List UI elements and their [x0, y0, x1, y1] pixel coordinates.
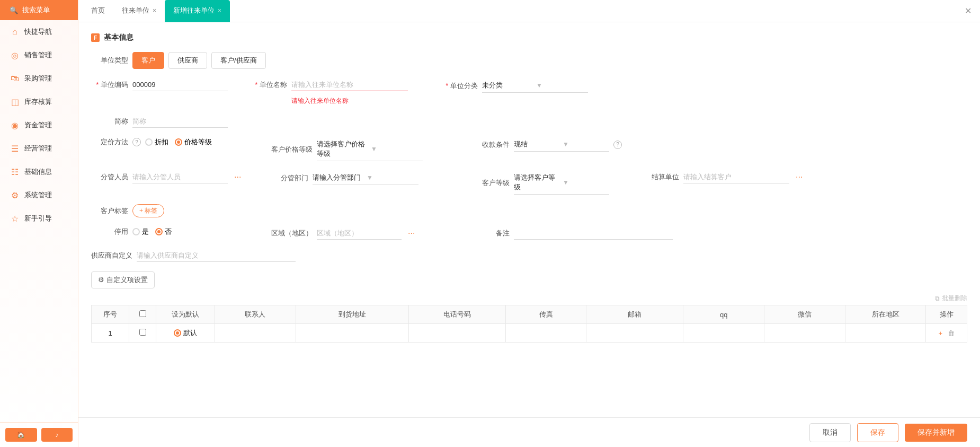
customer-level-chevron: ▼: [563, 179, 609, 186]
save-new-button[interactable]: 保存并新增: [905, 424, 967, 442]
batch-delete-label[interactable]: 批量删除: [942, 294, 967, 303]
guide-icon: ☆: [10, 213, 20, 224]
section-title-icon: F: [91, 33, 100, 42]
unit-category-chevron: ▼: [536, 82, 588, 89]
customer-price-level-chevron: ▼: [371, 145, 423, 153]
btn-customer[interactable]: 客户: [132, 52, 164, 69]
btn-supplier[interactable]: 供应商: [168, 52, 207, 69]
batch-delete-area: ⧉ 批量删除: [91, 294, 967, 303]
department-group: 分管部门 请输入分管部门 ▼: [271, 171, 473, 185]
row-address[interactable]: [296, 324, 408, 343]
settlement-unit-input[interactable]: [683, 171, 789, 183]
pricing-level-radio[interactable]: 价格等级: [175, 137, 212, 147]
sidebar-footer-btn2[interactable]: ♪: [41, 428, 73, 442]
row-select-checkbox[interactable]: [139, 329, 146, 336]
customer-price-level-label: 客户价格等级: [271, 145, 313, 154]
row-fax[interactable]: [505, 324, 586, 343]
supplier-custom-input[interactable]: [137, 249, 296, 262]
tab-contacts-close[interactable]: ×: [153, 7, 156, 14]
manager-row: 分管人员 ··· 分管部门 请输入分管部门 ▼ 客户等级 请选择客户等级 ▼ 结…: [91, 171, 967, 195]
row-default-circle: [174, 329, 181, 337]
remark-input[interactable]: [514, 227, 673, 240]
row-phone[interactable]: [408, 324, 505, 343]
finance-icon: ◉: [10, 120, 20, 130]
abbr-input[interactable]: [132, 115, 228, 128]
manager-input[interactable]: [132, 171, 228, 183]
customer-level-select[interactable]: 请选择客户等级 ▼: [514, 171, 609, 195]
select-all-checkbox[interactable]: [139, 310, 146, 317]
disabled-no-radio[interactable]: 否: [155, 227, 172, 236]
department-placeholder: 请输入分管部门: [313, 173, 364, 182]
region-input[interactable]: [317, 227, 402, 240]
row-qq-input[interactable]: [702, 329, 745, 337]
row-wechat[interactable]: [764, 324, 845, 343]
add-tag-btn[interactable]: + 标签: [132, 204, 164, 217]
cancel-button[interactable]: 取消: [809, 423, 851, 442]
region-group: 区域（地区） ···: [271, 227, 473, 240]
unit-code-input[interactable]: [132, 78, 228, 91]
row-delete-btn[interactable]: 🗑: [948, 329, 955, 337]
sidebar-item-finance[interactable]: ◉ 资金管理: [0, 113, 78, 137]
payment-terms-select[interactable]: 现结 ▼: [514, 137, 609, 152]
row-wechat-input[interactable]: [783, 329, 826, 337]
row-fax-input[interactable]: [525, 329, 567, 337]
tab-home-label: 首页: [91, 6, 105, 15]
btn-both[interactable]: 客户/供应商: [211, 52, 266, 69]
sidebar-footer: 🏠 ♪: [0, 422, 78, 447]
sidebar-item-label: 库存核算: [24, 97, 52, 107]
region-more-btn[interactable]: ···: [406, 229, 417, 238]
row-add-btn[interactable]: +: [939, 329, 943, 337]
disabled-region-row: 停用 是 否 区域（地区） ··· 备注: [91, 227, 967, 240]
row-contact-input[interactable]: [234, 329, 277, 337]
window-close-btn[interactable]: ✕: [960, 4, 976, 18]
inventory-icon: ◫: [10, 97, 20, 107]
row-region-input[interactable]: [865, 329, 907, 337]
row-email[interactable]: [586, 324, 683, 343]
tab-new-contact-close[interactable]: ×: [218, 7, 221, 14]
form-area: F 基本信息 单位类型 客户 供应商 客户/供应商 单位编码 单位名称: [78, 22, 980, 417]
sidebar-item-purchase[interactable]: 🛍 采购管理: [0, 67, 78, 90]
sidebar-item-label: 经营管理: [24, 144, 52, 153]
col-phone: 电话号码: [408, 305, 505, 324]
sidebar-item-guide[interactable]: ☆ 新手引导: [0, 207, 78, 230]
tab-contacts[interactable]: 往来单位 ×: [113, 0, 165, 22]
row-phone-input[interactable]: [431, 329, 484, 337]
payment-help-icon[interactable]: ?: [613, 141, 622, 149]
sidebar-item-basic-info[interactable]: ☷ 基础信息: [0, 160, 78, 183]
row-qq[interactable]: [683, 324, 764, 343]
sidebar-item-quick-nav[interactable]: ⌂ 快捷导航: [0, 20, 78, 43]
department-select[interactable]: 请输入分管部门 ▼: [313, 171, 418, 185]
row-region[interactable]: [845, 324, 926, 343]
row-contact[interactable]: [215, 324, 296, 343]
row-address-input[interactable]: [320, 329, 384, 337]
save-button[interactable]: 保存: [857, 423, 898, 442]
disabled-group: 停用 是 否: [91, 227, 271, 236]
tags-group: 客户标签 + 标签: [91, 204, 967, 217]
tab-new-contact[interactable]: 新增往来单位 ×: [165, 0, 230, 22]
settlement-more-btn[interactable]: ···: [794, 172, 805, 182]
row-email-input[interactable]: [608, 329, 661, 337]
unit-code-group: 单位编码: [91, 78, 250, 91]
sidebar-item-inventory[interactable]: ◫ 库存核算: [0, 90, 78, 113]
row-default: 默认: [156, 324, 215, 343]
custom-settings-btn[interactable]: ⚙ 自定义项设置: [91, 271, 155, 288]
tab-home[interactable]: 首页: [83, 0, 113, 22]
abbr-group: 简称: [91, 115, 250, 128]
customer-level-placeholder: 请选择客户等级: [514, 173, 560, 192]
unit-category-select[interactable]: 未分类 ▼: [482, 78, 588, 93]
sidebar-item-operations[interactable]: ☰ 经营管理: [0, 137, 78, 160]
manager-more-btn[interactable]: ···: [232, 172, 243, 182]
sidebar-item-system[interactable]: ⚙ 系统管理: [0, 183, 78, 207]
row-default-radio[interactable]: 默认: [162, 328, 209, 338]
sidebar-search[interactable]: 🔍 搜索菜单: [0, 0, 78, 20]
sidebar-footer-btn1[interactable]: 🏠: [5, 428, 37, 442]
disabled-yes-radio[interactable]: 是: [132, 227, 149, 236]
unit-name-group: 单位名称 请输入往来单位名称: [250, 78, 441, 106]
pricing-help-icon[interactable]: ?: [132, 138, 141, 146]
unit-name-input[interactable]: [291, 78, 408, 91]
sidebar-item-sales[interactable]: ◎ 销售管理: [0, 43, 78, 67]
col-address: 到货地址: [296, 305, 408, 324]
sales-icon: ◎: [10, 50, 20, 60]
pricing-discount-radio[interactable]: 折扣: [145, 137, 168, 147]
customer-price-level-select[interactable]: 请选择客户价格等级 ▼: [317, 137, 423, 161]
